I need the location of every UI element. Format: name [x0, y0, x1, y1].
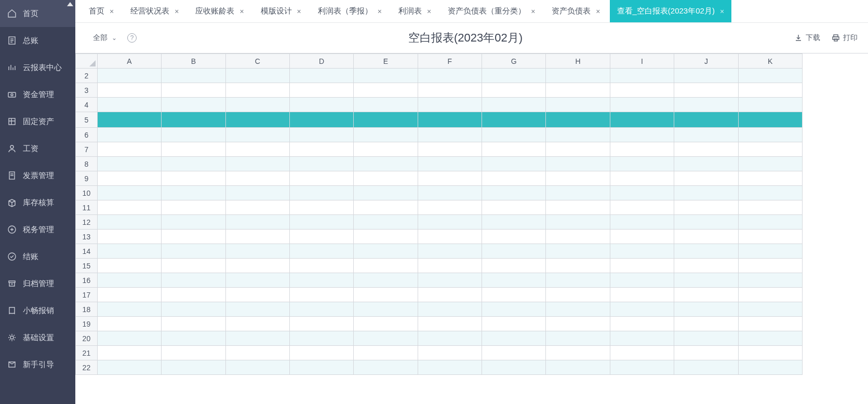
row-header-4[interactable]: 4: [76, 98, 98, 112]
row-header-20[interactable]: 20: [76, 331, 98, 346]
cell-J22[interactable]: [674, 360, 738, 375]
cell-I3[interactable]: [610, 83, 674, 98]
cell-A7[interactable]: [97, 142, 161, 157]
cell-C2[interactable]: [225, 69, 289, 83]
cell-C13[interactable]: [225, 230, 289, 244]
cell-E11[interactable]: [354, 200, 418, 215]
cell-A8[interactable]: [97, 157, 161, 171]
tab-close-icon[interactable]: ×: [239, 7, 244, 16]
row-header-7[interactable]: 7: [76, 142, 98, 157]
cell-K5[interactable]: [738, 112, 802, 128]
cell-C4[interactable]: [225, 98, 289, 112]
tab-close-icon[interactable]: ×: [175, 7, 179, 16]
cell-A5[interactable]: [97, 112, 161, 128]
cell-C20[interactable]: [225, 331, 289, 346]
cell-E21[interactable]: [354, 346, 418, 360]
cell-J19[interactable]: [674, 317, 738, 331]
cell-A18[interactable]: [97, 302, 161, 317]
cell-K11[interactable]: [738, 200, 802, 215]
cell-B15[interactable]: [162, 259, 225, 273]
cell-H15[interactable]: [546, 259, 610, 273]
cell-K3[interactable]: [738, 83, 802, 98]
column-header-D[interactable]: D: [289, 54, 353, 69]
cell-G22[interactable]: [482, 360, 546, 375]
cell-H4[interactable]: [546, 98, 610, 112]
cell-H22[interactable]: [546, 360, 610, 375]
cell-D11[interactable]: [289, 200, 353, 215]
cell-I6[interactable]: [610, 128, 674, 142]
cell-J9[interactable]: [674, 171, 738, 186]
cell-E3[interactable]: [354, 83, 418, 98]
tab-5[interactable]: 利润表×: [391, 0, 438, 22]
cell-F6[interactable]: [418, 128, 482, 142]
cell-I18[interactable]: [610, 302, 674, 317]
row-header-12[interactable]: 12: [76, 215, 98, 230]
cell-J2[interactable]: [674, 69, 738, 83]
cell-E10[interactable]: [354, 186, 418, 200]
sidebar-item-reports[interactable]: 云报表中心: [0, 54, 75, 81]
cell-H21[interactable]: [546, 346, 610, 360]
column-header-F[interactable]: F: [418, 54, 482, 69]
cell-F14[interactable]: [418, 244, 482, 259]
tab-1[interactable]: 经营状况表×: [123, 0, 186, 22]
cell-F10[interactable]: [418, 186, 482, 200]
tab-4[interactable]: 利润表（季报）×: [311, 0, 389, 22]
cell-H16[interactable]: [546, 273, 610, 288]
cell-G15[interactable]: [482, 259, 546, 273]
cell-G19[interactable]: [482, 317, 546, 331]
cell-F22[interactable]: [418, 360, 482, 375]
cell-F11[interactable]: [418, 200, 482, 215]
cell-K10[interactable]: [738, 186, 802, 200]
sidebar-item-invoice[interactable]: 发票管理: [0, 162, 75, 189]
row-header-19[interactable]: 19: [76, 317, 98, 331]
cell-E2[interactable]: [354, 69, 418, 83]
cell-B11[interactable]: [162, 200, 225, 215]
cell-E14[interactable]: [354, 244, 418, 259]
cell-D12[interactable]: [289, 215, 353, 230]
cell-K19[interactable]: [738, 317, 802, 331]
cell-D9[interactable]: [289, 171, 353, 186]
sheet-select-all[interactable]: [76, 54, 98, 69]
cell-F4[interactable]: [418, 98, 482, 112]
cell-B13[interactable]: [162, 230, 225, 244]
cell-I4[interactable]: [610, 98, 674, 112]
cell-B19[interactable]: [162, 317, 225, 331]
tab-2[interactable]: 应收账龄表×: [188, 0, 251, 22]
cell-I16[interactable]: [610, 273, 674, 288]
row-header-18[interactable]: 18: [76, 302, 98, 317]
cell-B7[interactable]: [162, 142, 225, 157]
cell-H8[interactable]: [546, 157, 610, 171]
cell-H10[interactable]: [546, 186, 610, 200]
cell-B20[interactable]: [162, 331, 225, 346]
sidebar-scroll-up-icon[interactable]: [67, 2, 73, 6]
cell-J3[interactable]: [674, 83, 738, 98]
cell-F7[interactable]: [418, 142, 482, 157]
cell-G11[interactable]: [482, 200, 546, 215]
cell-K2[interactable]: [738, 69, 802, 83]
cell-D14[interactable]: [289, 244, 353, 259]
cell-H13[interactable]: [546, 230, 610, 244]
tab-close-icon[interactable]: ×: [427, 7, 431, 16]
tab-7[interactable]: 资产负债表×: [544, 0, 607, 22]
sidebar-item-expense[interactable]: 小畅报销: [0, 297, 75, 324]
tab-close-icon[interactable]: ×: [297, 7, 301, 16]
row-header-5[interactable]: 5: [76, 112, 98, 128]
cell-B3[interactable]: [162, 83, 225, 98]
row-header-2[interactable]: 2: [76, 69, 98, 83]
cell-F18[interactable]: [418, 302, 482, 317]
cell-E7[interactable]: [354, 142, 418, 157]
cell-C7[interactable]: [225, 142, 289, 157]
cell-D4[interactable]: [289, 98, 353, 112]
cell-E12[interactable]: [354, 215, 418, 230]
cell-A15[interactable]: [97, 259, 161, 273]
cell-C19[interactable]: [225, 317, 289, 331]
cell-A12[interactable]: [97, 215, 161, 230]
cell-E22[interactable]: [354, 360, 418, 375]
tab-close-icon[interactable]: ×: [720, 7, 724, 16]
cell-D2[interactable]: [289, 69, 353, 83]
cell-I19[interactable]: [610, 317, 674, 331]
cell-A19[interactable]: [97, 317, 161, 331]
column-header-H[interactable]: H: [546, 54, 610, 69]
cell-G13[interactable]: [482, 230, 546, 244]
cell-K6[interactable]: [738, 128, 802, 142]
